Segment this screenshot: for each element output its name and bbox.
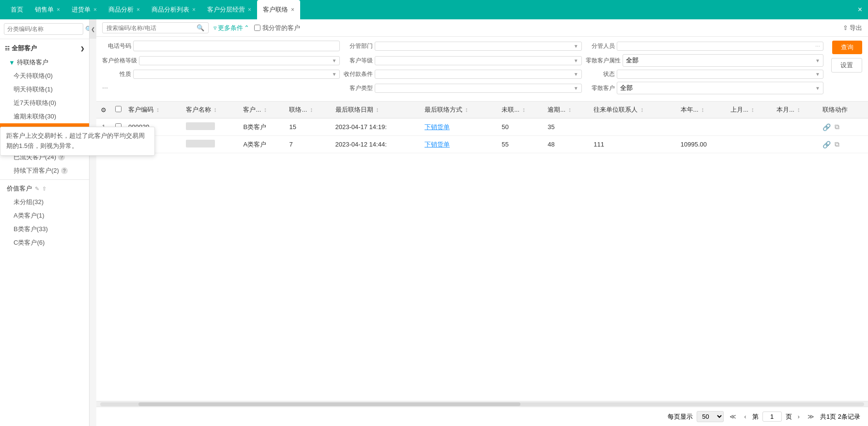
row-2-link-icon[interactable]: 🔗 xyxy=(822,141,831,148)
filter-manager-select[interactable]: ⋯ xyxy=(617,42,823,51)
customers-table: ⚙ 客户编码 ↕ 客户名称 ↕ 客户... ↕ xyxy=(96,102,868,153)
page-unit: 页 xyxy=(786,412,792,421)
window-close-button[interactable]: × xyxy=(858,5,862,14)
value-group-sort-icon[interactable]: ⇧ xyxy=(42,186,46,192)
page-prev-button[interactable]: ‹ xyxy=(742,413,748,420)
sort-date-icon: ↕ xyxy=(376,106,379,113)
filter-payment-select[interactable]: ▼ xyxy=(375,70,581,79)
filter-retail-select[interactable]: 全部 ▼ xyxy=(617,82,823,94)
col-last-contact-method[interactable]: 最后联络方式 ↕ xyxy=(422,102,499,118)
nav-customer-contact[interactable]: 客户联络 × xyxy=(257,0,300,19)
sidebar-collapse-button[interactable]: ❮ xyxy=(90,19,96,39)
triangle-down-icon: ▼ xyxy=(9,59,15,66)
sidebar-item-week[interactable]: 近7天待联络(0) xyxy=(0,96,89,110)
row-1-action-buttons: 🔗 ⧉ xyxy=(822,123,865,131)
row-2-last-method[interactable]: 下销货单 xyxy=(422,136,499,153)
row-2-contact-count: 7 xyxy=(286,136,332,153)
row-1-grid-icon[interactable]: ⧉ xyxy=(835,123,839,131)
nav-purchase-close[interactable]: × xyxy=(93,6,97,13)
page-next-button[interactable]: › xyxy=(796,413,802,420)
select-all-checkbox[interactable] xyxy=(115,106,122,112)
sidebar-item-declining[interactable]: 持续下滑客户(2) ? xyxy=(0,164,89,177)
row-2-grid-icon[interactable]: ⧉ xyxy=(835,140,839,148)
sidebar-item-overdue[interactable]: 逾期未联络(30) xyxy=(0,110,89,123)
filter-status-select[interactable]: ▼ xyxy=(617,70,823,79)
my-customers-checkbox[interactable]: 我分管的客户 xyxy=(254,24,300,32)
filter-customer-grade-select[interactable]: ▼ xyxy=(375,56,581,65)
settings-button[interactable]: 设置 xyxy=(831,58,862,73)
horizontal-scrollbar[interactable] xyxy=(96,401,868,407)
page-last-button[interactable]: ≫ xyxy=(806,413,816,420)
my-customers-check[interactable] xyxy=(254,25,260,31)
grid-icon: ☷ xyxy=(5,45,10,52)
customer-grade-dropdown-icon: ▼ xyxy=(574,58,579,63)
info-badge-declining[interactable]: ? xyxy=(61,167,68,174)
col-customer-name[interactable]: 客户名称 ↕ xyxy=(183,102,241,118)
scrollbar-thumb[interactable] xyxy=(138,402,520,406)
col-customer-type[interactable]: 客户... ↕ xyxy=(240,102,286,118)
nav-customer-layer-close[interactable]: × xyxy=(248,6,251,13)
nav-purchase[interactable]: 进货单 × xyxy=(66,0,103,19)
nav-sales-close[interactable]: × xyxy=(57,6,60,13)
export-button[interactable]: ⇧ 导出 xyxy=(843,24,862,32)
sidebar-value-group[interactable]: 价值客户 ✎ ⇧ xyxy=(0,182,89,195)
col-contact-person[interactable]: 往来单位联系人 ↕ xyxy=(591,102,678,118)
nav-home[interactable]: 首页 xyxy=(5,0,29,19)
nav-sales[interactable]: 销售单 × xyxy=(29,0,66,19)
value-group-edit-icon[interactable]: ✎ xyxy=(35,186,39,192)
page-number-input[interactable] xyxy=(762,411,782,422)
sidebar-item-ungrouped[interactable]: 未分组(32) xyxy=(0,195,89,209)
col-this-month[interactable]: 本月... ↕ xyxy=(774,102,820,118)
search-icon[interactable]: 🔍 xyxy=(197,24,204,31)
col-this-year[interactable]: 本年... ↕ xyxy=(678,102,728,118)
row-2-actions: 🔗 ⧉ xyxy=(820,136,868,153)
col-customer-code[interactable]: 客户编码 ↕ xyxy=(125,102,183,118)
nav-product-analysis[interactable]: 商品分析 × xyxy=(103,0,146,19)
filter-retail-attr-select[interactable]: 全部 ▼ xyxy=(623,54,823,67)
nav-product-analysis-list[interactable]: 商品分析列表 × xyxy=(146,0,201,19)
page-first-button[interactable]: ≪ xyxy=(728,413,738,420)
filter-dept-select[interactable]: ▼ xyxy=(375,42,581,51)
sidebar-all-customers[interactable]: ☷ 全部客户 ❯ xyxy=(0,41,89,56)
main-layout: 🔍 ☷ 全部客户 ❯ ▼ 待联络客户 今天待联络(0) 明天待联络(1) 近7天… xyxy=(0,19,868,426)
nav-product-analysis-list-close[interactable]: × xyxy=(192,6,196,13)
col-settings[interactable]: ⚙ xyxy=(96,102,111,118)
filter-nature-select[interactable]: ▼ xyxy=(133,70,340,79)
sidebar-search-icon[interactable]: 🔍 xyxy=(85,26,90,33)
nav-customer-contact-close[interactable]: × xyxy=(291,6,294,13)
advanced-filter: 电话号码 分管部门 ▼ 分管人员 xyxy=(96,37,868,102)
filter-customer-type-select[interactable]: ▼ xyxy=(375,84,581,93)
sidebar-item-aclass[interactable]: A类客户(1) xyxy=(0,209,89,222)
sort-name-icon: ↕ xyxy=(213,106,217,113)
filter-price-grade-select[interactable]: ▼ xyxy=(139,56,340,65)
row-1-this-year xyxy=(678,118,728,136)
col-contact-count[interactable]: 联络... ↕ xyxy=(286,102,332,118)
filter-phone-input[interactable] xyxy=(133,41,340,51)
row-2-method-link[interactable]: 下销货单 xyxy=(425,141,450,148)
tooltip-box: 距客户上次交易时长，超过了此客户的平均交易周期的1.5倍，则视为异常。 xyxy=(96,127,155,156)
sidebar-collapse-icon[interactable]: ❯ xyxy=(80,46,84,51)
filter-expand-button[interactable]: ⋯ xyxy=(102,85,108,91)
filter-row-3: 性质 ▼ 收付款条件 ▼ xyxy=(102,70,823,79)
per-page-select[interactable]: 50 100 200 xyxy=(697,411,724,422)
search-input[interactable] xyxy=(107,25,197,31)
row-1-last-date: 2023-04-17 14:19: xyxy=(333,118,422,136)
col-overdue[interactable]: 逾期... ↕ xyxy=(545,102,591,118)
row-1-link-icon[interactable]: 🔗 xyxy=(822,123,831,131)
col-last-month[interactable]: 上月... ↕ xyxy=(728,102,774,118)
sidebar-pending-group[interactable]: ▼ 待联络客户 xyxy=(0,56,89,69)
sidebar-search-input[interactable] xyxy=(4,23,83,35)
more-filters-button[interactable]: ▿ 更多条件 ⌃ xyxy=(213,24,249,32)
filter-bar: 🔍 ▿ 更多条件 ⌃ 我分管的客户 ⇧ 导出 xyxy=(96,19,868,37)
col-last-contact-date[interactable]: 最后联络日期 ↕ xyxy=(333,102,422,118)
nav-customer-layer[interactable]: 客户分层经营 × xyxy=(201,0,257,19)
sidebar-item-bclass[interactable]: B类客户(33) xyxy=(0,222,89,236)
query-button[interactable]: 查询 xyxy=(832,41,862,54)
row-1-last-method[interactable]: 下销货单 xyxy=(422,118,499,136)
col-not-contact[interactable]: 未联... ↕ xyxy=(499,102,545,118)
row-1-method-link[interactable]: 下销货单 xyxy=(425,123,450,131)
sidebar-item-cclass[interactable]: C类客户(6) xyxy=(0,236,89,250)
nav-product-analysis-close[interactable]: × xyxy=(137,6,140,13)
sidebar-item-today[interactable]: 今天待联络(0) xyxy=(0,69,89,83)
sidebar-item-tomorrow[interactable]: 明天待联络(1) xyxy=(0,83,89,96)
